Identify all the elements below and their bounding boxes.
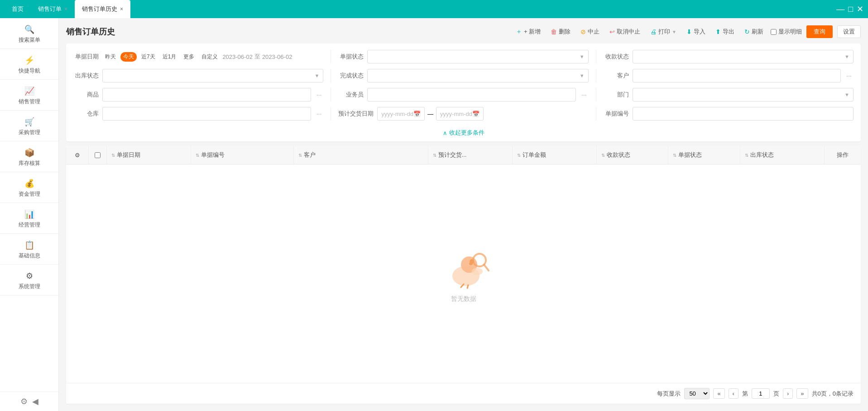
import-label: 导入	[694, 28, 705, 36]
search-button[interactable]: 查询	[806, 25, 833, 38]
tab-sales-order-history[interactable]: 销售订单历史 ×	[75, 0, 130, 18]
close-window-icon[interactable]: ✕	[857, 4, 863, 14]
sidebar-item-finance-label: 资金管理	[19, 190, 40, 198]
order-no-input[interactable]	[633, 107, 854, 121]
th-no[interactable]: ⇅ 单据编号	[191, 146, 294, 164]
out-status-select[interactable]: ▼	[102, 69, 323, 82]
filter-divider-2	[596, 50, 596, 63]
svg-point-2	[472, 268, 483, 275]
sidebar-collapse-icon[interactable]: ◀	[32, 396, 38, 406]
shortcut-today[interactable]: 今天	[120, 52, 137, 62]
print-icon: 🖨	[650, 28, 657, 35]
salesman-dots[interactable]: ···	[580, 91, 589, 98]
new-button[interactable]: ＋ + 新增	[513, 26, 543, 38]
tab-sales-order-close[interactable]: ×	[64, 6, 67, 12]
customer-input[interactable]	[633, 69, 841, 82]
complete-status-select[interactable]: ▼	[367, 69, 588, 82]
sidebar-item-inventory[interactable]: 📦 库存核算	[0, 141, 58, 172]
th-customer[interactable]: ⇅ 客户	[294, 146, 428, 164]
order-status-select[interactable]: ▼	[367, 50, 588, 63]
filter-order-status: 单据状态 ▼	[338, 50, 588, 63]
shortcut-yesterday[interactable]: 昨天	[102, 52, 119, 62]
new-label: + 新增	[524, 28, 541, 36]
import-button[interactable]: ⬇ 导入	[684, 26, 708, 38]
collapse-row[interactable]: ∧ 收起更多条件	[73, 126, 854, 141]
filter-order-no: 单据编号	[604, 107, 854, 121]
sidebar-item-quick-nav[interactable]: ⚡ 快捷导航	[0, 49, 58, 80]
pay-status-arrow: ▼	[844, 54, 849, 59]
sidebar-item-quick-nav-label: 快捷导航	[19, 67, 40, 75]
select-all-checkbox[interactable]	[95, 152, 101, 158]
filter-customer: 客户 ···	[604, 69, 854, 82]
cancel-stop-button[interactable]: ↩ 取消中止	[607, 26, 643, 38]
date-range-end: 2023-06-02	[262, 53, 293, 60]
sidebar-item-operations[interactable]: 📊 经营管理	[0, 203, 58, 234]
th-checkbox[interactable]	[89, 146, 107, 164]
pay-status-select[interactable]: ▼	[633, 50, 854, 63]
customer-dots[interactable]: ···	[844, 72, 854, 79]
sidebar-item-system-mgmt[interactable]: ⚙ 系统管理	[0, 265, 58, 295]
dept-select[interactable]: ▼	[633, 88, 854, 102]
sidebar-item-search-menu[interactable]: 🔍 搜索菜单	[0, 18, 58, 49]
finance-icon: 💰	[24, 179, 34, 189]
th-settings[interactable]: ⚙	[66, 146, 89, 164]
next-page-button[interactable]: ›	[783, 388, 793, 399]
sidebar-item-base-info[interactable]: 📋 基础信息	[0, 234, 58, 265]
filter-row-2: 出库状态 ▼ 完成状态 ▼ 客户	[73, 69, 854, 82]
complete-status-arrow: ▼	[580, 73, 585, 78]
per-page-select[interactable]: 10 20 50 100	[684, 388, 710, 399]
delete-button[interactable]: 🗑 删除	[548, 26, 573, 38]
print-button[interactable]: 🖨 打印 ▼	[647, 26, 679, 38]
sidebar-item-purchase-mgmt[interactable]: 🛒 采购管理	[0, 111, 58, 141]
sidebar-item-sales-mgmt-label: 销售管理	[19, 98, 40, 106]
th-date[interactable]: ⇅ 单据日期	[107, 146, 191, 164]
pagination-bar: 每页显示 10 20 50 100 « ‹ 第 页 › » 共0页，0条记录	[66, 383, 861, 404]
th-delivery[interactable]: ⇅ 预计交货...	[428, 146, 513, 164]
shortcut-1month[interactable]: 近1月	[160, 52, 179, 62]
tab-sales-order-history-close[interactable]: ×	[120, 6, 123, 12]
last-page-button[interactable]: »	[796, 388, 808, 399]
settings-button[interactable]: 设置	[837, 25, 861, 38]
delivery-date-control: yyyy-mm-dd 📅 — yyyy-mm-dd 📅	[377, 107, 588, 121]
th-amount[interactable]: ⇅ 订单金额	[513, 146, 597, 164]
show-detail-checkbox-label[interactable]: 显示明细	[771, 28, 802, 36]
stop-button[interactable]: ⊘ 中止	[578, 26, 602, 38]
shortcut-more[interactable]: 更多	[181, 52, 197, 62]
tab-sales-order[interactable]: 销售订单 ×	[31, 0, 75, 18]
th-out-status[interactable]: ⇅ 出库状态	[740, 146, 825, 164]
shortcut-7days[interactable]: 近7天	[139, 52, 158, 62]
export-label: 导出	[723, 28, 734, 36]
sidebar-item-sales-mgmt[interactable]: 📈 销售管理	[0, 80, 58, 111]
goods-dots[interactable]: ···	[315, 91, 324, 98]
sidebar-item-operations-label: 经营管理	[19, 221, 40, 229]
shortcut-custom[interactable]: 自定义	[199, 52, 221, 62]
delivery-date-start[interactable]: yyyy-mm-dd 📅	[377, 107, 425, 121]
sidebar-item-finance[interactable]: 💰 资金管理	[0, 172, 58, 203]
prev-page-button[interactable]: ‹	[729, 388, 739, 399]
customer-label: 客户	[604, 72, 629, 80]
sidebar-item-base-info-label: 基础信息	[19, 252, 40, 260]
delivery-date-end[interactable]: yyyy-mm-dd 📅	[436, 107, 484, 121]
base-info-icon: 📋	[24, 240, 34, 250]
show-detail-checkbox[interactable]	[771, 29, 777, 35]
salesman-label: 业务员	[338, 91, 364, 99]
minimize-icon[interactable]: —	[836, 5, 844, 14]
first-page-button[interactable]: «	[713, 388, 724, 399]
th-pay-status-label: 收款状态	[607, 151, 630, 159]
warehouse-dots[interactable]: ···	[315, 110, 324, 117]
export-icon: ⬆	[715, 28, 721, 35]
warehouse-input[interactable]	[102, 107, 311, 121]
sidebar-settings-icon[interactable]: ⚙	[20, 396, 28, 406]
filter-warehouse: 仓库 ···	[73, 107, 323, 121]
th-pay-status[interactable]: ⇅ 收款状态	[597, 146, 669, 164]
export-button[interactable]: ⬆ 导出	[713, 26, 737, 38]
dept-arrow: ▼	[844, 92, 849, 97]
refresh-button[interactable]: ↻ 刷新	[742, 26, 766, 38]
tab-home[interactable]: 首页	[5, 0, 31, 18]
th-order-status[interactable]: ⇅ 单据状态	[668, 146, 740, 164]
delivery-end-placeholder: yyyy-mm-dd	[440, 111, 472, 117]
maximize-icon[interactable]: □	[848, 5, 853, 14]
salesman-input[interactable]	[367, 88, 576, 102]
goods-input[interactable]	[102, 88, 311, 102]
page-number-input[interactable]	[752, 388, 770, 399]
